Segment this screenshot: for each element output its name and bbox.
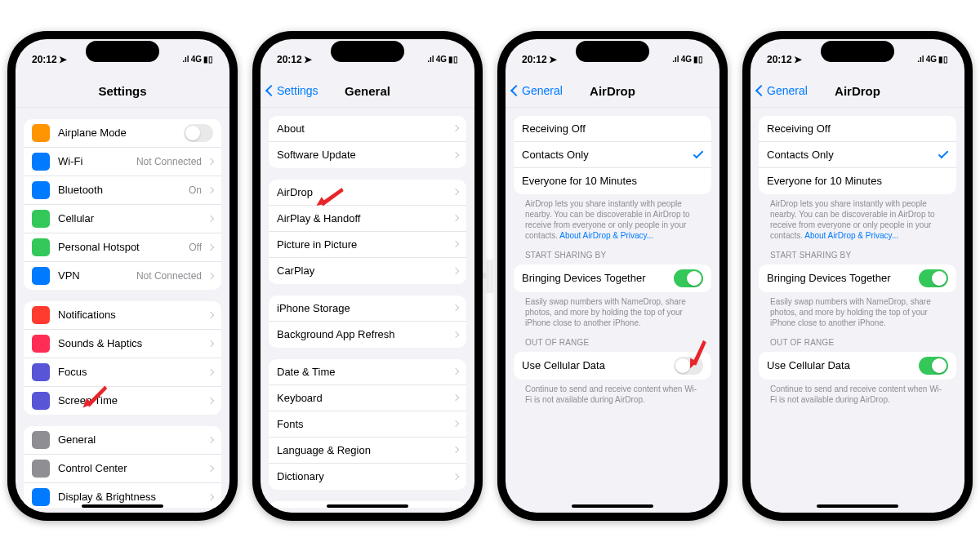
row-detail: Off [189,242,202,253]
phone-frame-4: 20:12➤ .ıl 4G ▮▯ General AirDrop Receivi… [742,31,973,521]
settings-row[interactable]: Sounds & Haptics [24,330,221,358]
network-label: 4G [191,55,202,64]
airdrop-privacy-link[interactable]: About AirDrop & Privacy... [559,231,653,240]
row-label: About [277,122,447,135]
location-icon: ➤ [794,54,802,65]
home-indicator[interactable] [572,504,653,508]
controlcenter-icon [32,460,50,478]
bringing-help-text: Easily swap numbers with NameDrop, share… [759,292,956,328]
settings-row[interactable]: Screen Time [24,387,221,415]
airdrop-option[interactable]: Everyone for 10 Minutes [514,168,711,194]
settings-row[interactable]: iPhone Storage [269,295,466,322]
chevron-icon [452,368,459,375]
settings-row[interactable]: Notifications [24,301,221,330]
settings-row[interactable]: Dictionary [269,464,466,490]
cellular-help-text: Continue to send and receive content whe… [759,380,956,405]
sounds-icon [32,335,50,353]
row-label: Software Update [277,149,447,161]
settings-row[interactable]: General [24,426,221,455]
home-indicator[interactable] [82,504,163,508]
settings-row[interactable]: Keyboard [269,385,466,411]
chevron-icon [207,464,214,471]
cellular-data-row[interactable]: Use Cellular Data [759,352,956,380]
row-label: Picture in Picture [277,238,447,251]
chevron-icon [452,331,459,337]
cellular-data-toggle[interactable] [919,357,948,375]
settings-row[interactable]: AirDrop [269,180,466,206]
notifications-icon [32,306,50,324]
home-indicator[interactable] [327,504,408,508]
chevron-icon [452,473,459,479]
settings-row[interactable]: Fonts [269,411,466,438]
phone-frame-1: 20:12➤ .ıl 4G ▮▯ Settings Airplane Mode … [7,31,238,521]
settings-row[interactable]: AirPlay & Handoff [269,206,466,232]
cellular-help-text: Continue to send and receive content whe… [514,380,711,405]
settings-row[interactable]: Picture in Picture [269,232,466,258]
row-label: Keyboard [277,392,447,404]
screentime-icon [32,392,50,410]
bringing-devices-toggle[interactable] [919,269,948,287]
chevron-icon [207,368,214,375]
option-label: Contacts Only [767,149,938,161]
settings-row[interactable]: Language & Region [269,438,466,464]
dynamic-island [821,41,894,62]
chevron-icon [452,151,459,158]
settings-row[interactable]: Cellular [24,205,221,233]
bringing-devices-label: Bringing Devices Together [522,272,674,284]
settings-row[interactable]: About [269,116,466,142]
settings-row[interactable]: BluetoothOn [24,176,221,205]
settings-row[interactable]: Focus [24,358,221,387]
hotspot-icon [32,238,50,256]
airdrop-option[interactable]: Contacts Only [514,142,711,168]
battery-icon: ▮▯ [203,55,213,64]
row-label: VPN [58,269,136,282]
section-header-sharing: Start Sharing By [759,241,956,263]
chevron-icon [207,436,214,442]
settings-row[interactable]: Personal HotspotOff [24,233,221,262]
network-label: 4G [926,55,937,64]
settings-row[interactable]: Date & Time [269,359,466,385]
row-label: Notifications [58,309,202,321]
airdrop-option[interactable]: Everyone for 10 Minutes [759,168,956,194]
cellular-data-toggle[interactable] [674,357,703,375]
network-label: 4G [436,55,447,64]
bringing-devices-toggle[interactable] [674,269,703,287]
row-label: Cellular [58,212,202,224]
settings-row[interactable]: Background App Refresh [269,322,466,348]
chevron-icon [207,311,214,318]
row-label: Wi-Fi [58,155,136,167]
airdrop-option[interactable]: Receiving Off [759,116,956,142]
settings-row[interactable]: Software Update [269,142,466,168]
section-header-range: Out of Range [514,328,711,350]
signal-icon: .ıl [182,55,189,64]
settings-row[interactable]: Control Center [24,455,221,483]
cellular-data-row[interactable]: Use Cellular Data [514,352,711,380]
chevron-icon [207,186,214,193]
airdrop-option[interactable]: Contacts Only [759,142,956,168]
nav-bar: Settings General [261,75,474,108]
toggle[interactable] [184,124,213,142]
settings-row[interactable]: VPNNot Connected [24,262,221,290]
row-label: Language & Region [277,444,447,456]
row-label: Display & Brightness [58,491,202,503]
settings-row[interactable]: Wi-FiNot Connected [24,148,221,176]
bringing-devices-label: Bringing Devices Together [767,272,919,284]
airdrop-option[interactable]: Receiving Off [514,116,711,142]
chevron-icon [452,394,459,401]
bringing-devices-row[interactable]: Bringing Devices Together [759,264,956,292]
settings-row[interactable]: Airplane Mode [24,119,221,148]
home-indicator[interactable] [817,504,898,508]
wifi-icon [32,153,50,171]
back-button[interactable]: General [512,84,563,97]
airdrop-privacy-link[interactable]: About AirDrop & Privacy... [804,231,898,240]
section-header-sharing: Start Sharing By [514,241,711,263]
row-label: Focus [58,366,202,378]
status-time: 20:12 [767,54,792,65]
option-label: Everyone for 10 Minutes [767,175,948,187]
bringing-devices-row[interactable]: Bringing Devices Together [514,264,711,292]
location-icon: ➤ [549,54,557,65]
signal-icon: .ıl [427,55,434,64]
settings-row[interactable]: CarPlay [269,258,466,284]
back-button[interactable]: Settings [267,84,318,97]
back-button[interactable]: General [757,84,808,97]
